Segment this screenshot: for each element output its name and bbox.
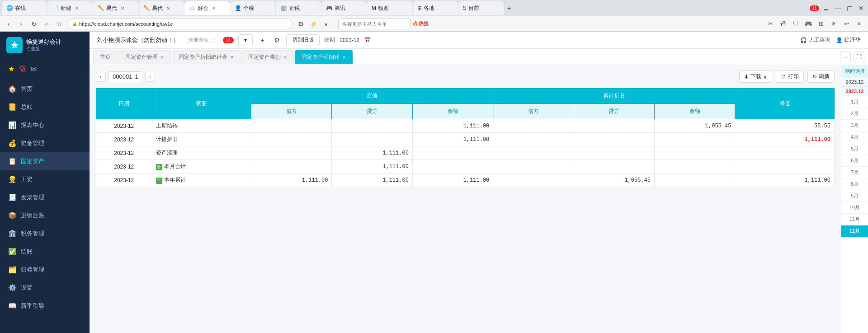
tab-close-2[interactable]: ✕ [75,6,79,11]
close-browser-button[interactable]: ✕ [856,3,866,13]
download-button[interactable]: ⬇ 下载 ∨ [739,70,772,83]
browser-tab-geshui[interactable]: 👤 个税 [230,1,275,15]
sidebar-item-inventory[interactable]: 📦 进销台账 [0,206,90,225]
period-month-12[interactable]: 12月 [841,225,868,237]
period-month-5[interactable]: 5月 [841,143,868,155]
sun-tool[interactable]: ☀ [828,19,839,29]
row4-acc-debit [493,160,574,174]
browser-tab-yidai2[interactable]: ✏️ 易代 ✕ [139,1,184,15]
sidebar-item-guide[interactable]: 📖 新手引导 [0,297,90,315]
user-avatar-icon: 👤 [836,37,843,43]
app-tab-close-4[interactable]: ✕ [342,55,346,60]
table-row-2: 2023-12 计提折旧 1,111.00 1,111.00 [96,133,835,146]
sidebar-item-payroll[interactable]: 👷 工资 [0,170,90,188]
user-info[interactable]: 👤 徐泽华 [836,36,861,44]
forward-button[interactable]: › [16,19,26,29]
restore-button[interactable]: 🗕 [821,3,831,13]
browser-tab-tengxun[interactable]: 🎮 腾讯 [321,1,367,15]
th-orig-credit: 贷方 [332,104,412,119]
sidebar-item-funds[interactable]: 💰 资金管理 [0,134,90,152]
add-account-button[interactable]: + [257,35,267,45]
switch-version-button[interactable]: 切到旧版 [286,34,320,46]
undo-tool[interactable]: ↩ [841,19,852,29]
lightning-button[interactable]: ⚡ [308,19,318,29]
period-month-1[interactable]: 1月 [841,96,868,108]
app-tab-asset-detail[interactable]: 固定资产明细账 ✕ [295,50,353,64]
logo-text: 畅捷通好会计 [26,38,61,46]
app-tab-close-2[interactable]: ✕ [230,55,234,60]
browser-tab-qishui[interactable]: 🏢 企税 [276,1,321,15]
sidebar-item-closing[interactable]: ✅ 结账 [0,243,90,261]
tab-close-5[interactable]: ✕ [212,6,216,11]
period-month-4[interactable]: 4月 [841,131,868,143]
translate-tool[interactable]: 译 [778,19,788,29]
browser-tab-new[interactable]: 📄 新建 ✕ [47,1,93,15]
grid-tool[interactable]: ⊞ [816,19,826,29]
home-button[interactable]: ⌂ [42,19,52,29]
sidebar-item-ledger[interactable]: 📒 总账 [0,98,90,116]
browser-tab-haokuai[interactable]: ☁️ 好会 ✕ [184,1,230,15]
service-button[interactable]: 🎧 人工咨询 [800,36,830,44]
sidebar-item-invoices[interactable]: 🧾 发票管理 [0,188,90,206]
next-page-button[interactable]: › [145,72,155,82]
period-month-10[interactable]: 10月 [841,202,868,214]
tab-close-4[interactable]: ✕ [166,6,170,11]
settings-button[interactable]: ⚙ [272,35,282,45]
period-month-9[interactable]: 9月 [841,190,868,202]
back-button[interactable]: ‹ [4,19,14,29]
browser-search-input[interactable] [338,19,410,29]
menu-tool[interactable]: ≡ [854,19,864,29]
browser-tab-gedi[interactable]: ⊞ 各地 [413,1,458,15]
browser-tab-muqian[interactable]: S 目前 [458,1,504,15]
period-month-2[interactable]: 2月 [841,108,868,120]
star-icon[interactable]: ★ [8,65,14,73]
maximize-button[interactable]: ▢ [844,3,854,13]
print-button[interactable]: 🖨 打印 [776,70,804,83]
sidebar-logo: 会 畅捷通好会计 专业版 [0,32,90,59]
cut-tool[interactable]: ✂ [765,19,776,29]
app-tab-asset-category[interactable]: 固定资产类别 ✕ [241,50,294,64]
sidebar-item-settings[interactable]: ⚙️ 设置 [0,279,90,297]
game-tool[interactable]: 🎮 [803,19,814,29]
address-bar[interactable]: 🔒 https://cloud.chanjet.com/accounting/u… [67,19,293,29]
row3-acc-credit [574,146,654,160]
app-tab-home[interactable]: 首页 [93,50,118,64]
page-code-value: 000001 [113,73,132,80]
shield-tool[interactable]: 🛡 [790,19,801,29]
bookmark-button[interactable]: ☆ [54,19,64,29]
app-tab-close-3[interactable]: ✕ [283,55,287,60]
app-tab-depreciation-stats-label: 固定资产折旧统计表 [179,53,227,61]
period-month-7[interactable]: 7月 [841,167,868,178]
period-month-8[interactable]: 8月 [841,178,868,190]
expand-window-button[interactable]: ⛶ [854,52,864,62]
app-tab-close-1[interactable]: ✕ [160,55,164,60]
sidebar-label-tax: 税务管理 [21,230,44,238]
period-month-11[interactable]: 11月 [841,214,868,225]
tab-close-3[interactable]: ✕ [121,6,124,11]
mail-icon[interactable]: ✉ [31,65,37,73]
app-tab-fixed-assets-mgmt[interactable]: 固定资产管理 ✕ [118,50,171,64]
new-tab-button[interactable]: + [504,3,514,13]
refresh-button[interactable]: ↻ 刷新 [807,70,835,83]
dropdown-button[interactable]: ∨ [321,19,331,29]
browser-tab-yidai1[interactable]: ✏️ 易代 ✕ [93,1,138,15]
prev-page-button[interactable]: ‹ [96,72,106,82]
extension-button[interactable]: ⚙ [296,19,306,29]
app-tab-depreciation-stats[interactable]: 固定资产折旧统计表 ✕ [172,50,241,64]
reload-button[interactable]: ↻ [29,19,39,29]
period-month-3[interactable]: 3月 [841,120,868,131]
period-calendar-icon[interactable]: 📅 [364,37,371,43]
period-month-6[interactable]: 6月 [841,155,868,167]
sidebar-item-archive[interactable]: 🗂️ 归档管理 [0,261,90,279]
sidebar-item-fixed-assets[interactable]: 📋 固定资产 [0,152,90,170]
sidebar-item-reports[interactable]: 📊 报表中心 [0,116,90,134]
weibo-icon[interactable]: 微 [19,64,26,74]
minimize-button[interactable]: — [833,3,843,13]
expand-button[interactable]: ▾ [238,34,253,46]
browser-tab-online[interactable]: 🌐 在线 [2,1,47,15]
sidebar-item-tax[interactable]: 🏛️ 税务管理 [0,225,90,243]
collapse-button[interactable]: — [840,52,851,62]
sidebar-item-home[interactable]: 🏠 首页 [0,80,90,98]
browser-tab-bar: 🌐 在线 📄 新建 ✕ ✏️ 易代 ✕ ✏️ 易代 ✕ ☁️ 好会 ✕ 👤 [0,0,868,16]
browser-tab-chang[interactable]: M 畅购 [367,1,412,15]
